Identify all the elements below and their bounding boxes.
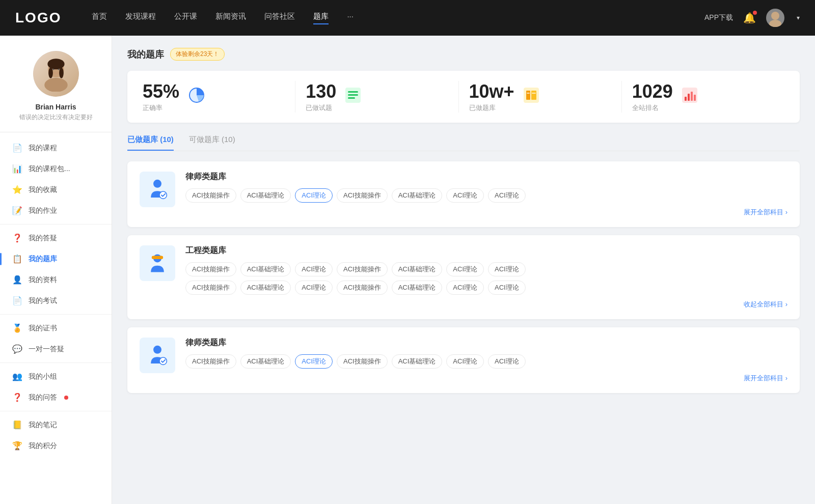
qbank-tag[interactable]: ACI理论 xyxy=(446,188,484,203)
nav-link[interactable]: ··· xyxy=(347,12,354,24)
qbank-tag[interactable]: ACI理论 xyxy=(295,281,333,295)
stat-item-已做试题: 130 已做试题 xyxy=(295,81,458,113)
nav-dropdown-icon[interactable]: ▾ xyxy=(797,14,800,21)
svg-point-1 xyxy=(769,20,781,27)
app-download-link[interactable]: APP下载 xyxy=(704,13,733,22)
svg-point-29 xyxy=(159,357,167,365)
nav-link[interactable]: 题库 xyxy=(313,12,329,24)
sidebar-icon: 🏆 xyxy=(12,441,22,451)
stat-item-已做题库: 10w+ 已做题库 xyxy=(459,81,622,113)
sidebar-item-label: 一对一答疑 xyxy=(29,345,64,354)
sidebar-item-label: 我的小组 xyxy=(29,372,57,381)
tab-item[interactable]: 已做题库 (10) xyxy=(127,135,174,151)
svg-rect-27 xyxy=(152,256,163,259)
stat-item-正确率: 55% 正确率 xyxy=(143,81,295,113)
nav-link[interactable]: 首页 xyxy=(92,12,107,24)
qbank-tags-row2: ACI技能操作ACI基础理论ACI理论ACI技能操作ACI基础理论ACI理论AC… xyxy=(185,281,787,295)
qbank-tag[interactable]: ACI技能操作 xyxy=(337,281,388,295)
svg-point-6 xyxy=(59,68,64,78)
svg-rect-16 xyxy=(531,91,536,100)
qbank-tag[interactable]: ACI基础理论 xyxy=(240,188,291,203)
qbank-tag[interactable]: ACI基础理论 xyxy=(392,281,443,295)
sidebar-icon: 📝 xyxy=(12,206,22,215)
qbank-tag[interactable]: ACI技能操作 xyxy=(337,354,388,369)
qbank-tag[interactable]: ACI基础理论 xyxy=(240,281,291,295)
bell-dot xyxy=(753,11,757,15)
qbank-tag[interactable]: ACI技能操作 xyxy=(337,262,388,276)
qbank-card-body: 工程类题库ACI技能操作ACI基础理论ACI理论ACI技能操作ACI基础理论AC… xyxy=(185,245,787,309)
trial-badge: 体验剩余23天！ xyxy=(170,48,225,61)
notification-dot xyxy=(64,396,68,400)
page-title: 我的题库 xyxy=(127,48,164,61)
sidebar-item-我的作业[interactable]: 📝我的作业 xyxy=(0,200,112,221)
qbank-tags-row: ACI技能操作ACI基础理论ACI理论ACI技能操作ACI基础理论ACI理论AC… xyxy=(185,354,787,369)
sidebar-item-我的资料[interactable]: 👤我的资料 xyxy=(0,269,112,290)
sidebar-item-我的考试[interactable]: 📄我的考试 xyxy=(0,290,112,311)
sidebar-item-我的课程包...[interactable]: 📊我的课程包... xyxy=(0,158,112,179)
nav-avatar[interactable] xyxy=(766,9,784,27)
qbank-card: 工程类题库ACI技能操作ACI基础理论ACI理论ACI技能操作ACI基础理论AC… xyxy=(127,235,800,319)
nav-link[interactable]: 新闻资讯 xyxy=(215,12,246,24)
sidebar-item-label: 我的考试 xyxy=(29,296,57,305)
qbank-cards-container: 律师类题库ACI技能操作ACI基础理论ACI理论ACI技能操作ACI基础理论AC… xyxy=(127,161,800,393)
qbank-collapse-button[interactable]: 收起全部科目 › xyxy=(185,300,787,309)
svg-point-25 xyxy=(159,191,167,199)
sidebar-item-我的收藏[interactable]: ⭐我的收藏 xyxy=(0,179,112,200)
stat-number: 55% xyxy=(143,81,179,102)
qbank-tag[interactable]: ACI基础理论 xyxy=(240,354,291,369)
qbank-tag[interactable]: ACI基础理论 xyxy=(240,262,291,276)
nav-link[interactable]: 公开课 xyxy=(174,12,197,24)
sidebar-icon: 👤 xyxy=(12,275,22,285)
qbank-card-title: 律师类题库 xyxy=(185,172,787,182)
qbank-tag[interactable]: ACI理论 xyxy=(488,354,526,369)
qbank-tag[interactable]: ACI理论 xyxy=(488,281,526,295)
qbank-tag[interactable]: ACI技能操作 xyxy=(185,354,236,369)
sidebar-icon: ⭐ xyxy=(12,185,22,194)
qbank-tag[interactable]: ACI技能操作 xyxy=(185,262,236,276)
sidebar-item-我的题库[interactable]: 📋我的题库 xyxy=(0,248,112,269)
sidebar-item-我的证书[interactable]: 🏅我的证书 xyxy=(0,318,112,339)
sidebar-item-我的答疑[interactable]: ❓我的答疑 xyxy=(0,228,112,248)
nav-link[interactable]: 发现课程 xyxy=(125,12,156,24)
sidebar-item-我的笔记[interactable]: 📒我的笔记 xyxy=(0,414,112,435)
qbank-tag[interactable]: ACI基础理论 xyxy=(392,262,443,276)
svg-rect-15 xyxy=(526,91,530,100)
tab-item[interactable]: 可做题库 (10) xyxy=(189,135,235,151)
qbank-tag[interactable]: ACI技能操作 xyxy=(337,188,388,203)
lawyer-icon xyxy=(145,343,170,368)
sidebar-item-我的课程[interactable]: 📄我的课程 xyxy=(0,137,112,158)
sidebar-item-我的小组[interactable]: 👥我的小组 xyxy=(0,366,112,387)
sidebar-icon: 👥 xyxy=(12,372,22,381)
qbank-expand-button[interactable]: 展开全部科目 › xyxy=(185,208,787,217)
qbank-icon-wrap xyxy=(140,338,175,373)
nav-link[interactable]: 问答社区 xyxy=(264,12,295,24)
qbank-card-title: 工程类题库 xyxy=(185,245,787,256)
qbank-tag[interactable]: ACI理论 xyxy=(446,262,484,276)
stat-label: 已做试题 xyxy=(306,103,336,113)
sidebar-item-label: 我的题库 xyxy=(29,255,57,264)
sidebar-item-label: 我的笔记 xyxy=(29,421,57,430)
qbank-tag[interactable]: ACI理论 xyxy=(488,262,526,276)
svg-rect-13 xyxy=(348,97,355,99)
qbank-tag[interactable]: ACI理论 xyxy=(295,188,333,203)
sidebar-menu: 📄我的课程📊我的课程包...⭐我的收藏📝我的作业❓我的答疑📋我的题库👤我的资料📄… xyxy=(0,132,112,461)
chart-icon xyxy=(681,87,698,104)
sidebar-item-我的问答[interactable]: ❓我的问答 xyxy=(0,387,112,408)
sidebar-profile: Brian Harris 错误的决定比没有决定要好 xyxy=(0,51,112,132)
qbank-tag[interactable]: ACI理论 xyxy=(446,354,484,369)
qbank-tag[interactable]: ACI技能操作 xyxy=(185,188,236,203)
qbank-tag[interactable]: ACI理论 xyxy=(295,354,333,369)
qbank-tag[interactable]: ACI理论 xyxy=(295,262,333,276)
qbank-tag[interactable]: ACI基础理论 xyxy=(392,354,443,369)
sidebar-item-一对一答疑[interactable]: 💬一对一答疑 xyxy=(0,339,112,359)
qbank-tag[interactable]: ACI技能操作 xyxy=(185,281,236,295)
svg-point-28 xyxy=(153,346,161,354)
qbank-tag[interactable]: ACI理论 xyxy=(488,188,526,203)
qbank-expand-button[interactable]: 展开全部科目 › xyxy=(185,374,787,383)
qbank-tag[interactable]: ACI理论 xyxy=(446,281,484,295)
nav-bell[interactable]: 🔔 xyxy=(743,12,756,24)
qbank-tag[interactable]: ACI基础理论 xyxy=(392,188,443,203)
sidebar-item-我的积分[interactable]: 🏆我的积分 xyxy=(0,435,112,456)
sidebar-item-label: 我的答疑 xyxy=(29,234,57,243)
stat-label: 已做题库 xyxy=(469,103,514,113)
